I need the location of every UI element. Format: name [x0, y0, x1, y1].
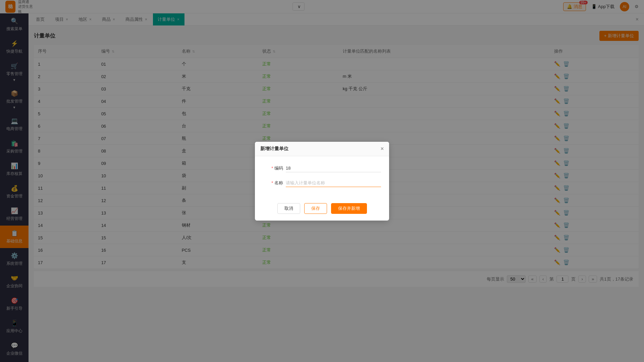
modal-overlay[interactable]: 新增计量单位 × 编码 名称 取消 保存 保存并新增 [0, 0, 644, 362]
code-input[interactable] [286, 164, 381, 172]
name-input[interactable] [286, 179, 381, 187]
form-row-name: 名称 [263, 179, 381, 187]
modal-title: 新增计量单位 [260, 146, 288, 152]
save-and-new-button[interactable]: 保存并新增 [331, 203, 367, 214]
add-unit-modal: 新增计量单位 × 编码 名称 取消 保存 保存并新增 [255, 142, 389, 221]
name-label: 名称 [263, 180, 283, 186]
modal-body: 编码 名称 [255, 156, 389, 199]
save-button[interactable]: 保存 [304, 203, 327, 214]
modal-footer: 取消 保存 保存并新增 [255, 199, 389, 221]
code-label: 编码 [263, 165, 283, 171]
cancel-button[interactable]: 取消 [277, 203, 300, 214]
modal-close-button[interactable]: × [381, 146, 384, 152]
form-row-code: 编码 [263, 164, 381, 172]
modal-header: 新增计量单位 × [255, 142, 389, 156]
